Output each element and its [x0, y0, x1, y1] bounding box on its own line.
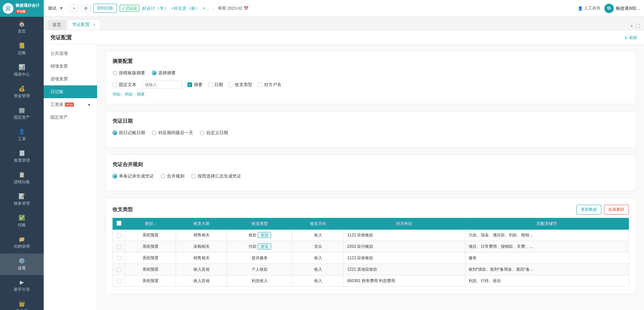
td-account-2: 1122 应收账款: [344, 253, 465, 264]
td-checkbox-0[interactable]: [113, 230, 125, 241]
sub-sidebar-daily-ledger[interactable]: 日记账: [44, 85, 97, 98]
td-checkbox-2[interactable]: [113, 253, 125, 264]
td-income-type-2: 提供服务: [227, 253, 293, 264]
service-btn[interactable]: 👤 人工咨询: [578, 5, 600, 11]
tax-icon: 📝: [18, 193, 25, 199]
td-checkbox-3[interactable]: [113, 264, 125, 275]
date-radio-journal[interactable]: 按日记账日期: [113, 130, 145, 136]
tab-voucher-config[interactable]: 凭证配置 ×: [67, 19, 100, 30]
table-row: 系统预置 采购相关 付款 置顶 支出 2202 应付账款 项目、日常费用、报销款…: [113, 241, 629, 253]
sidebar-item-purchase[interactable]: 📋 进销台账: [0, 167, 44, 189]
reset-btn-0[interactable]: 置顶: [258, 232, 271, 238]
sub-sidebar-public[interactable]: 公共选项: [44, 47, 97, 60]
td-checkbox-1[interactable]: [113, 241, 125, 253]
sidebar-item-fund[interactable]: 💰 资金管理: [0, 81, 44, 103]
td-category-4: 系统预置: [125, 275, 176, 287]
income-actions: 更新数据 批量删除: [576, 205, 629, 215]
radio-select-circle: [152, 71, 157, 75]
summary-radio-select[interactable]: 选择摘要: [152, 70, 176, 76]
td-direction-3: 收入: [293, 264, 344, 275]
party-checkbox: [258, 82, 262, 87]
sidebar-item-tax[interactable]: 📝 税务管理: [0, 189, 44, 210]
income-section: 收支类型 更新数据 批量删除 类别 ↓: [105, 198, 636, 294]
sidebar-item-member[interactable]: 👑 畅会员: [0, 297, 44, 310]
sub-sidebar-payroll[interactable]: 工资表 NEW ▾: [44, 98, 97, 111]
window-close-icon[interactable]: ×: [630, 24, 633, 29]
content-area: 公共选项 销项发票 进项发票 日记账 工资表 NEW ▾ 固定资产: [44, 44, 644, 310]
refresh-btn[interactable]: ↻ 刷新: [625, 35, 637, 41]
td-checkbox-4[interactable]: [113, 275, 125, 287]
th-income-type: 收支类型: [227, 218, 293, 230]
th-checkbox[interactable]: [113, 218, 125, 230]
sidebar-item-guide[interactable]: ▶ 新手引导: [0, 275, 44, 297]
company-dropdown-arrow[interactable]: ▼: [59, 6, 63, 11]
td-account-3: 1221 其他应收款: [344, 264, 465, 275]
date-radio-group: 按日记账日期 对应期间最后一天 自定义日期: [113, 130, 629, 136]
select-all-checkbox[interactable]: [117, 221, 121, 226]
summary-checkbox: ✓: [187, 82, 192, 87]
radio-custom-circle: [200, 130, 205, 135]
sidebar-item-settings[interactable]: ⚙️ 设置: [0, 254, 44, 275]
logo-sub: 专业版: [15, 8, 40, 14]
add-button[interactable]: +: [70, 5, 78, 12]
th-keywords: 匹配关键字: [465, 218, 629, 230]
tab-right-actions: × ⛶: [630, 24, 640, 30]
td-direction-0: 收入: [293, 230, 344, 241]
topbar-right: 👤 人工咨询 畅 畅捷通B组...: [578, 4, 640, 13]
service-icon: 👤: [578, 6, 583, 11]
sidebar-item-invoice[interactable]: 🧾 发票管理: [0, 146, 44, 167]
merge-radio-rules[interactable]: 合并规则: [161, 173, 184, 179]
ledger-icon: 📒: [18, 42, 25, 49]
date-radio-period-last[interactable]: 对应期间最后一天: [152, 130, 193, 136]
summary-radio-template[interactable]: 按模板版摘要: [113, 70, 145, 76]
income-section-header: 收支类型 更新数据 批量删除: [113, 205, 629, 215]
th-category: 类别 ↓: [125, 218, 176, 230]
merge-radio-select-summary[interactable]: 按照选择汇总生成凭证: [191, 173, 241, 179]
td-income-type-1: 付款 置顶: [227, 241, 293, 253]
reset-btn-1[interactable]: 置顶: [258, 243, 271, 249]
sidebar-item-payroll[interactable]: 👤 工资: [0, 124, 44, 146]
sub-sidebar-fixed-asset[interactable]: 固定资产: [44, 111, 97, 124]
fixed-text-check[interactable]: 固定文本: [113, 82, 136, 88]
refresh-icon: ↻: [625, 36, 628, 40]
sidebar-item-archive[interactable]: 📁 归档管理: [0, 232, 44, 254]
topbar-divider2: |: [213, 6, 214, 11]
tab-close-icon[interactable]: ×: [93, 22, 96, 27]
sidebar-item-close[interactable]: ✅ 结账: [0, 210, 44, 232]
sidebar-item-ledger[interactable]: 📒 总账: [0, 38, 44, 60]
radio-merge-circle: [161, 174, 165, 179]
update-data-btn[interactable]: 更新数据: [576, 205, 601, 215]
fixed-text-input[interactable]: [142, 81, 182, 89]
td-keywords-1: 项目、日常费用、报销款、车费、承兑汇票、付款: [465, 241, 629, 253]
td-major-4: 收入其他: [176, 275, 227, 287]
date-check[interactable]: 日期: [208, 82, 223, 88]
date-radio-custom[interactable]: 自定义日期: [200, 130, 228, 136]
td-keywords-3: 收到*借款、收到*备用金、退回*备用金、个人: [465, 264, 629, 275]
summary-check[interactable]: ✓ 摘要: [187, 82, 203, 88]
sub-sidebar-purchase-invoice[interactable]: 进项发票: [44, 73, 97, 85]
td-major-3: 收入其他: [176, 264, 227, 275]
calendar-icon[interactable]: 📅: [244, 6, 249, 11]
party-check[interactable]: 对方户名: [258, 82, 282, 88]
td-category-2: 系统预置: [125, 253, 176, 264]
income-table: 类别 ↓ 收支大类 收支类型 收支方向 对方科目 匹配关键字: [113, 218, 629, 287]
settings-button[interactable]: ⚙: [81, 5, 91, 12]
td-category-0: 系统预置: [125, 230, 176, 241]
type-checkbox: [228, 82, 233, 87]
sidebar-nav: 🏠 首页 📒 总账 📊 报表中心 💰 资金管理 🏢 固定资产 👤 工资 🧾 发票…: [0, 17, 44, 310]
sidebar-item-report[interactable]: 📊 报表中心: [0, 60, 44, 81]
guide-icon: ▶: [20, 279, 24, 285]
sub-sidebar-sales-invoice[interactable]: 销项发票: [44, 60, 97, 73]
window-expand-icon[interactable]: ⛶: [636, 24, 640, 29]
batch-delete-btn[interactable]: 批量删除: [604, 205, 629, 215]
main-content: 摘要配置 按模板版摘要 选择摘要: [97, 44, 644, 310]
tab-home[interactable]: 首页: [48, 20, 66, 30]
switch-old-btn[interactable]: 切到旧版: [93, 4, 117, 13]
radio-journal-circle: [113, 130, 117, 135]
payroll-icon: 👤: [18, 128, 25, 135]
sidebar-item-home[interactable]: 🏠 首页: [0, 17, 44, 38]
td-category-1: 系统预置: [125, 241, 176, 253]
type-check[interactable]: 收支类型: [228, 82, 252, 88]
sidebar-item-asset[interactable]: 🏢 固定资产: [0, 103, 44, 124]
merge-radio-single[interactable]: 单条记录生成凭证: [113, 173, 154, 179]
